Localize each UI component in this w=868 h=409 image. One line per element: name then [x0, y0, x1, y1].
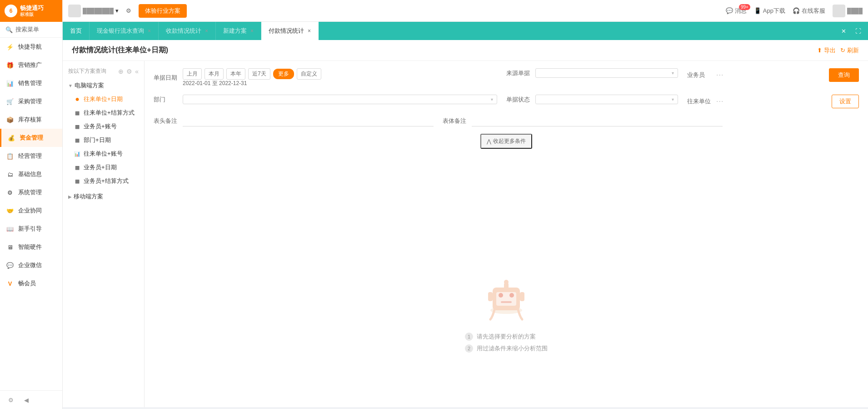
add-scheme-icon[interactable]: ⊕ [118, 68, 124, 75]
tab-income[interactable]: 收款情况统计 × [159, 22, 216, 40]
filter-area: 单据日期 上月 本月 本年 近7天 更多 自定义 [145, 61, 868, 214]
date-btn-custom[interactable]: 自定义 [297, 68, 321, 80]
tab-new-plan[interactable]: 新建方案 × [216, 22, 261, 40]
counterpart-label: 往来单位 [687, 97, 713, 106]
scheme-table-icon-2: ▦ [74, 123, 81, 130]
header-note-input[interactable] [183, 116, 434, 126]
sidebar-item-basic[interactable]: 🗂 基础信息 [0, 165, 62, 183]
query-button[interactable]: 查询 [829, 68, 859, 82]
app-icon: 📱 [754, 7, 761, 14]
sidebar-item-hardware[interactable]: 🖥 智能硬件 [0, 238, 62, 256]
customer-service-button[interactable]: 🎧 在线客服 [793, 7, 825, 15]
body-note-label: 表体备注 [443, 117, 468, 125]
sidebar-item-quicknav[interactable]: ⚡ 快捷导航 [0, 38, 62, 56]
counterpart-picker-icon[interactable]: ··· [716, 97, 723, 106]
notify-button[interactable]: 💬 消息 99+ [726, 7, 747, 15]
purchase-icon: 🛒 [5, 97, 15, 106]
scheme-table-icon-3: ▦ [74, 136, 81, 144]
tab-payment[interactable]: 付款情况统计 × [261, 22, 319, 40]
sidebar-item-operations[interactable]: 📋 经营管理 [0, 147, 62, 165]
collapse-scheme-icon[interactable]: « [135, 68, 139, 75]
sidebar-item-member[interactable]: V 畅会员 [0, 274, 62, 293]
sidebar-item-label: 智能硬件 [18, 243, 42, 251]
sidebar-item-funds[interactable]: 💰 资金管理 [0, 129, 62, 147]
scheme-item-counterpart-date[interactable]: ● 往来单位+日期 [63, 92, 144, 106]
close-all-tabs-icon[interactable]: ✕ [837, 25, 850, 37]
sidebar-item-system[interactable]: ⚙ 系统管理 [0, 183, 62, 202]
topbar-user-avatar [833, 5, 845, 17]
date-btn-last-month[interactable]: 上月 [183, 68, 202, 80]
refresh-button[interactable]: ↻ 刷新 [840, 46, 859, 55]
sidebar-header: 6 畅捷通巧 标准版 [0, 0, 62, 22]
app-download-button[interactable]: 📱 App下载 [754, 7, 785, 15]
filter-date: 单据日期 上月 本月 本年 近7天 更多 自定义 [154, 68, 497, 87]
tab-home[interactable]: 首页 [63, 22, 90, 40]
app-label: App下载 [763, 7, 785, 15]
sidebar-item-purchase[interactable]: 🛒 采购管理 [0, 92, 62, 111]
scheme-panel: 按以下方案查询 ⊕ ⚙ « ▼ 电脑端方案 ● 往来单位+日期 [63, 61, 145, 407]
inventory-icon: 📦 [5, 115, 15, 124]
sidebar-item-guide[interactable]: 📖 新手引导 [0, 220, 62, 238]
operations-icon: 📋 [5, 151, 15, 161]
tab-bank[interactable]: 现金银行流水查询 × [90, 22, 159, 40]
marketing-icon: 🎁 [5, 61, 15, 70]
date-btn-more[interactable]: 更多 [273, 69, 294, 79]
scheme-item-salesman-account[interactable]: ▦ 业务员+账号 [63, 120, 144, 133]
filter-status: 单据状态 ▾ [506, 95, 678, 104]
search-icon: 🔍 [5, 26, 13, 33]
svg-rect-8 [488, 292, 493, 301]
tab-home-label: 首页 [70, 27, 82, 35]
settings-footer-icon[interactable]: ⚙ [5, 394, 16, 405]
scheme-group-desktop-title[interactable]: ▼ 电脑端方案 [63, 79, 144, 92]
sidebar-item-label: 企业协同 [18, 207, 42, 215]
tip-num-1: 1 [465, 333, 473, 341]
date-btn-this-month[interactable]: 本月 [205, 68, 224, 80]
tab-bank-close[interactable]: × [148, 28, 151, 34]
status-select[interactable]: ▾ [535, 95, 678, 104]
sidebar-item-marketing[interactable]: 🎁 营销推广 [0, 56, 62, 74]
date-range-value: 2022-01-01 至 2022-12-31 [183, 80, 247, 87]
trial-button[interactable]: 体验行业方案 [139, 4, 187, 18]
scheme-group-mobile: ▶ 移动端方案 [63, 190, 144, 203]
filter-salesman: 业务员 ··· 查询 [687, 68, 859, 82]
search-menu[interactable]: 🔍 搜索菜单 [0, 22, 62, 38]
tab-new-plan-close[interactable]: × [250, 28, 254, 34]
enterprise-icon: 🤝 [5, 206, 15, 215]
user-profile[interactable]: ████████ ▾ [68, 5, 119, 17]
arrow-right-icon: ▶ [68, 194, 72, 199]
collapse-sidebar-icon[interactable]: ◀ [21, 394, 32, 405]
source-select[interactable]: ▾ [535, 68, 678, 78]
sidebar-item-sales[interactable]: 📊 销售管理 [0, 74, 62, 92]
setting-button[interactable]: 设置 [832, 95, 859, 108]
collapse-row: ⋀ 收起更多条件 [154, 134, 859, 149]
date-btn-7days[interactable]: 近7天 [248, 68, 270, 80]
tab-new-plan-label: 新建方案 [223, 27, 247, 35]
sidebar-item-wechat[interactable]: 💬 企业微信 [0, 256, 62, 274]
sidebar-item-enterprise[interactable]: 🤝 企业协同 [0, 202, 62, 220]
dept-label: 部门 [154, 96, 179, 104]
system-icon: ⚙ [5, 188, 15, 197]
collapse-conditions-button[interactable]: ⋀ 收起更多条件 [480, 134, 532, 149]
date-btn-this-year[interactable]: 本年 [226, 68, 245, 80]
sidebar-item-inventory[interactable]: 📦 库存核算 [0, 111, 62, 129]
scheme-item-dept-date[interactable]: ▦ 部门+日期 [63, 133, 144, 147]
page-title: 付款情况统计(往来单位+日期) [72, 45, 168, 55]
user-menu[interactable]: ████ [833, 5, 863, 17]
sidebar-nav: ⚡ 快捷导航 🎁 营销推广 📊 销售管理 🛒 采购管理 📦 库存核算 💰 资金管… [0, 38, 62, 390]
tab-payment-close[interactable]: × [308, 28, 311, 34]
sales-icon: 📊 [5, 79, 15, 88]
expand-tabs-icon[interactable]: ⛶ [852, 25, 864, 37]
dept-select[interactable]: ▾ [183, 95, 497, 104]
export-button[interactable]: ⬆ 导出 [817, 46, 836, 55]
scheme-settings-icon[interactable]: ⚙ [126, 68, 132, 75]
scheme-item-salesman-settle[interactable]: ▦ 业务员+结算方式 [63, 174, 144, 188]
body-note-input[interactable] [472, 116, 723, 126]
settings-icon[interactable]: ⚙ [122, 5, 135, 17]
svg-point-3 [499, 293, 503, 298]
tab-income-close[interactable]: × [205, 28, 208, 34]
scheme-item-counterpart-account[interactable]: 📊 往来单位+账号 [63, 147, 144, 161]
scheme-item-salesman-date[interactable]: ▦ 业务员+日期 [63, 161, 144, 174]
scheme-item-counterpart-settle[interactable]: ▦ 往来单位+结算方式 [63, 106, 144, 120]
scheme-group-mobile-title[interactable]: ▶ 移动端方案 [63, 190, 144, 203]
salesman-picker-icon[interactable]: ··· [716, 71, 723, 79]
